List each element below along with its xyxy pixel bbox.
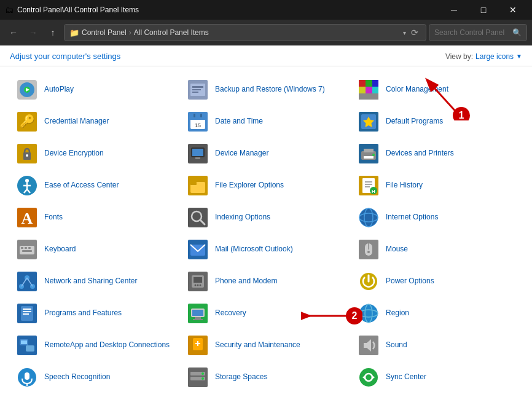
item-security-maintenance[interactable]: Security and Maintenance [181,329,351,361]
svg-rect-37 [364,149,374,152]
item-credential-manager[interactable]: 🔑Credential Manager [10,106,181,138]
item-mail[interactable]: Mail (Microsoft Outlook) [181,234,351,265]
item-storage-spaces[interactable]: Storage Spaces [181,361,351,393]
search-icon: 🔍 [512,28,522,37]
item-color-management[interactable]: Color Management [351,74,522,106]
window-controls: ─ □ ✕ [440,0,527,20]
icon-ease-of-access [16,175,38,197]
svg-rect-85 [194,277,202,283]
item-ease-of-access[interactable]: Ease of Access Center [10,170,181,202]
item-indexing[interactable]: Indexing Options [181,202,351,234]
svg-rect-8 [192,92,198,93]
item-autoplay[interactable]: AutoPlay [10,74,181,106]
svg-rect-6 [192,86,203,88]
up-button[interactable]: ↑ [44,24,61,41]
header-bar: Adjust your computer's settings View by:… [0,45,532,66]
address-bar-input[interactable]: 📁 Control Panel › All Control Panel Item… [64,24,426,41]
view-by-value[interactable]: Large icons [475,52,514,61]
label-date-time: Date and Time [215,117,263,127]
item-devices-printers[interactable]: Devices and Printers [351,138,522,170]
item-sync-center[interactable]: Sync Center [351,361,522,393]
svg-text:🔑: 🔑 [20,114,35,128]
icon-indexing [187,206,209,229]
label-credential-manager: Credential Manager [44,117,109,127]
svg-point-39 [372,154,375,156]
item-fonts[interactable]: AFonts [10,202,181,234]
search-box[interactable]: 🔍 [429,24,527,41]
item-mouse[interactable]: Mouse [351,234,522,265]
close-button[interactable]: ✕ [499,0,527,20]
svg-rect-98 [195,317,201,319]
item-phone-modem[interactable]: Phone and Modem [181,265,351,297]
svg-rect-97 [192,310,203,316]
view-by-control: View by: Large icons ▼ [445,52,522,61]
icon-backup-restore [187,79,209,101]
label-default-programs: Default Programs [386,117,443,127]
page-title: Adjust your computer's settings [10,52,120,61]
item-programs-features[interactable]: Programs and Features [10,297,181,329]
svg-rect-69 [28,247,31,249]
minimize-button[interactable]: ─ [440,0,468,20]
icon-device-manager [187,143,209,165]
icon-credential-manager: 🔑 [16,111,38,133]
icon-internet-options [358,206,380,229]
icon-keyboard [16,238,38,261]
forward-button[interactable]: → [25,24,42,41]
address-dropdown-arrow[interactable]: ▾ [403,29,406,36]
item-backup-restore[interactable]: Backup and Restore (Windows 7) [181,74,351,106]
label-ease-of-access: Ease of Access Center [44,181,119,191]
label-file-history: File History [386,181,423,191]
icon-file-history: H [358,175,380,197]
icon-date-time: 15 [187,111,209,133]
svg-rect-14 [366,87,372,93]
icon-devices-printers [358,143,380,165]
item-speech-recognition[interactable]: Speech Recognition [10,361,181,393]
back-button[interactable]: ← [5,24,22,41]
svg-point-121 [201,377,204,380]
svg-point-30 [26,154,28,157]
label-backup-restore: Backup and Restore (Windows 7) [215,85,325,95]
item-internet-options[interactable]: Internet Options [351,202,522,234]
item-sound[interactable]: Sound [351,329,522,361]
icon-network-sharing [16,270,38,293]
item-default-programs[interactable]: Default Programs [351,106,522,138]
item-file-explorer[interactable]: File Explorer Options [181,170,351,202]
item-device-encryption[interactable]: Device Encryption [10,138,181,170]
label-autoplay: AutoPlay [44,85,74,95]
label-power-options: Power Options [386,277,434,286]
view-by-dropdown-icon[interactable]: ▼ [516,53,522,60]
search-input[interactable] [434,28,512,37]
label-keyboard: Keyboard [44,245,76,254]
svg-point-120 [201,372,204,375]
svg-text:H: H [372,189,375,194]
item-network-sharing[interactable]: Network and Sharing Center [10,265,181,297]
svg-rect-70 [22,250,32,252]
icon-storage-spaces [187,366,209,388]
label-fonts: Fonts [44,213,63,222]
icon-phone-modem [187,270,209,293]
items-area: AutoPlayBackup and Restore (Windows 7)Co… [0,66,532,397]
app-icon: 🗂 [5,5,14,15]
label-mouse: Mouse [386,245,408,254]
item-device-manager[interactable]: Device Manager [181,138,351,170]
svg-rect-23 [200,114,202,117]
refresh-button[interactable]: ⟳ [409,28,421,37]
item-recovery[interactable]: Recovery [181,297,351,329]
label-sound: Sound [386,340,407,350]
breadcrumb-2: All Control Panel Items [134,28,209,37]
label-security-maintenance: Security and Maintenance [215,340,300,350]
item-power-options[interactable]: Power Options [351,265,522,297]
item-remoteapp[interactable]: RemoteApp and Desktop Connections [10,329,181,361]
item-region[interactable]: Region [351,297,522,329]
svg-rect-93 [23,311,31,312]
icon-sound [358,334,380,356]
maximize-button[interactable]: □ [469,0,498,20]
item-file-history[interactable]: HFile History [351,170,522,202]
item-keyboard[interactable]: Keyboard [10,234,181,265]
svg-rect-16 [359,93,378,100]
svg-rect-10 [359,80,366,87]
svg-rect-12 [372,80,378,87]
svg-rect-34 [195,157,200,159]
svg-point-41 [25,179,29,183]
item-date-time[interactable]: 15Date and Time [181,106,351,138]
